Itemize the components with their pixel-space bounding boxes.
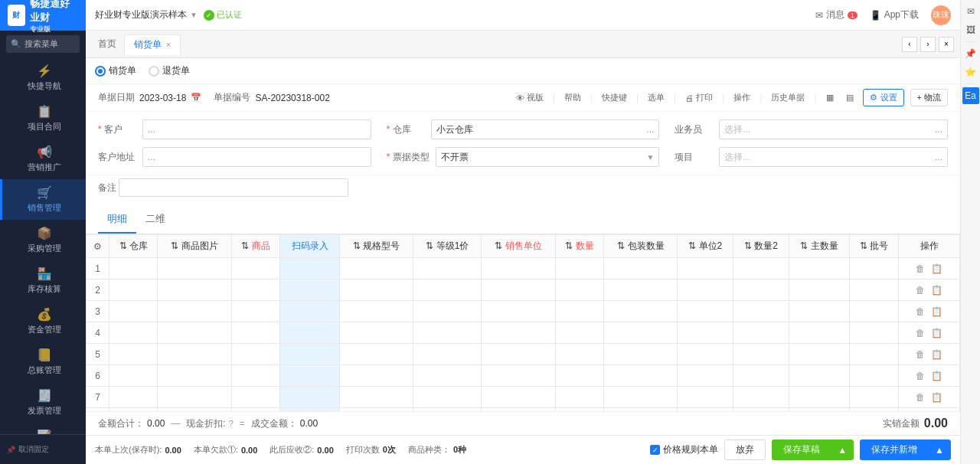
grid-view1-btn[interactable]: ▦ [823,91,837,104]
row-product-img-6[interactable] [158,365,231,387]
row-batch-6[interactable] [850,365,899,387]
row-qty-8[interactable] [555,408,603,412]
row-product-img-2[interactable] [158,279,231,301]
row-product-2[interactable] [231,279,279,301]
row-qty2-6[interactable] [733,365,789,387]
row-main-qty-3[interactable] [789,301,850,322]
row-qty2-3[interactable] [733,301,789,322]
toolbar-view-btn[interactable]: 👁 视版 [513,90,547,105]
sidebar-item-tax[interactable]: 📝 税务管理 [0,423,86,434]
row-price1-6[interactable] [413,365,482,387]
row-batch-import-7[interactable] [280,387,340,408]
remark-input[interactable] [119,178,348,197]
unpin-button[interactable]: 📌 取消固定 [3,441,83,458]
sidebar-item-project[interactable]: 📋 项目合同 [0,98,86,139]
row-warehouse-7[interactable] [109,387,158,408]
row-delete-2[interactable]: 🗑 [914,283,926,297]
row-copy-3[interactable]: 📋 [929,305,944,319]
row-price1-8[interactable] [413,408,482,412]
row-pack-qty-6[interactable] [604,365,678,387]
row-unit2-1[interactable] [678,258,733,279]
salesperson-input[interactable]: 选择... ... [719,119,948,139]
row-qty2-2[interactable] [733,279,789,301]
setup-button[interactable]: ⚙ 设置 [863,89,904,106]
row-sales-unit-8[interactable] [482,408,555,412]
save-new-button[interactable]: 保存并新增 [860,439,928,460]
discard-button[interactable]: 放弃 [724,439,766,460]
row-warehouse-8[interactable] [109,408,158,412]
row-batch-import-3[interactable] [280,301,340,322]
row-unit2-5[interactable] [678,344,733,365]
row-batch-import-8[interactable] [280,408,340,412]
company-selector[interactable]: 好业财专业版演示样本 ▼ [95,8,198,21]
sidebar-item-capital[interactable]: 💰 资金管理 [0,301,86,341]
row-unit2-4[interactable] [678,322,733,344]
row-product-img-3[interactable] [158,301,231,322]
toolbar-select-btn[interactable]: 选单 [645,90,668,105]
toolbar-operate-btn[interactable]: 操作 [730,90,753,105]
row-main-qty-1[interactable] [789,258,850,279]
row-sales-unit-6[interactable] [482,365,555,387]
row-sales-unit-7[interactable] [482,387,555,408]
row-qty-6[interactable] [555,365,603,387]
row-pack-qty-4[interactable] [604,322,678,344]
row-batch-import-6[interactable] [280,365,340,387]
row-batch-import-1[interactable] [280,258,340,279]
row-spec-4[interactable] [340,322,413,344]
price-rule-checkbox[interactable]: ✓ 价格规则本单 [650,443,718,456]
tab-2d[interactable]: 二维 [136,209,175,234]
row-product-img-4[interactable] [158,322,231,344]
row-qty-1[interactable] [555,258,603,279]
row-main-qty-5[interactable] [789,344,850,365]
row-price1-5[interactable] [413,344,482,365]
sidebar-item-general[interactable]: 📒 总账管理 [0,341,86,382]
doc-date-value[interactable]: 2023-03-18 [139,93,186,103]
row-spec-6[interactable] [340,365,413,387]
sidebar-item-invoice[interactable]: 🧾 发票管理 [0,382,86,423]
add-logistics-button[interactable]: + 物流 [910,89,948,106]
row-sales-unit-2[interactable] [482,279,555,301]
row-pack-qty-3[interactable] [604,301,678,322]
sidebar-item-sales[interactable]: 🛒 销售管理 [0,179,86,220]
row-product-img-7[interactable] [158,387,231,408]
row-delete-6[interactable]: 🗑 [914,369,926,383]
row-copy-7[interactable]: 📋 [929,390,944,404]
row-product-4[interactable] [231,322,279,344]
save-draft-button[interactable]: 保存草稿 [772,439,831,460]
row-qty-3[interactable] [555,301,603,322]
radio-sales[interactable]: 销货单 [95,64,136,77]
row-batch-import-2[interactable] [280,279,340,301]
tab-close-all-button[interactable]: × [939,37,954,52]
sidebar-item-quick-nav[interactable]: ⚡ 快捷导航 [0,57,86,98]
row-batch-3[interactable] [850,301,899,322]
rt-image-btn[interactable]: 🖼 [962,21,979,38]
row-batch-1[interactable] [850,258,899,279]
row-batch-import-5[interactable] [280,344,340,365]
row-product-7[interactable] [231,387,279,408]
row-batch-4[interactable] [850,322,899,344]
save-draft-arrow[interactable]: ▲ [831,439,854,460]
row-warehouse-3[interactable] [109,301,158,322]
row-product-3[interactable] [231,301,279,322]
row-product-img-8[interactable] [158,408,231,412]
row-qty2-5[interactable] [733,344,789,365]
row-delete-3[interactable]: 🗑 [914,305,926,319]
row-unit2-3[interactable] [678,301,733,322]
row-main-qty-6[interactable] [789,365,850,387]
tab-prev-button[interactable]: ‹ [902,37,917,52]
customer-input[interactable]: ... [142,119,371,139]
row-qty-7[interactable] [555,387,603,408]
address-input[interactable]: ... [142,147,371,167]
rt-star-btn[interactable]: ⭐ [962,64,979,80]
message-button[interactable]: ✉ 消息 1 [815,8,858,21]
sidebar-item-stock[interactable]: 🏪 库存核算 [0,260,86,301]
row-copy-2[interactable]: 📋 [929,283,944,297]
sidebar-item-marketing[interactable]: 📢 营销推广 [0,139,86,179]
tab-close-icon[interactable]: × [166,40,171,49]
row-product-6[interactable] [231,365,279,387]
radio-return[interactable]: 退货单 [149,64,190,77]
row-main-qty-8[interactable] [789,408,850,412]
sidebar-item-purchase[interactable]: 📦 采购管理 [0,220,86,260]
project-input[interactable]: 选择... ... [719,147,948,167]
grid-view2-btn[interactable]: ▤ [843,91,857,104]
